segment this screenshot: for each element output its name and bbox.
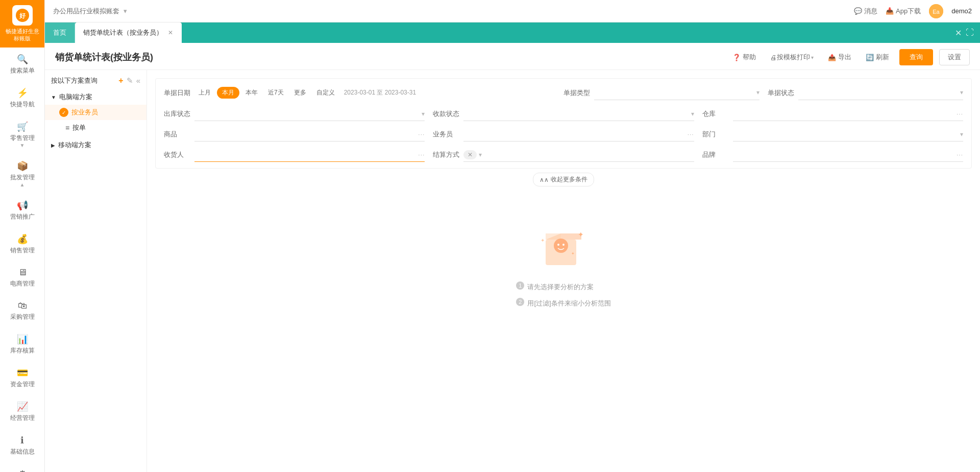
outbound-control[interactable]: ▾ [194, 107, 425, 121]
settlement-control[interactable]: ✕ ▾ [463, 148, 694, 162]
svg-text:✦: ✦ [541, 238, 545, 243]
sidebar-item-system[interactable]: ⚙ 系统管理 [0, 462, 44, 472]
sidebar-item-sales[interactable]: 💰 销售管理 [0, 227, 44, 261]
sidebar-item-ecommerce[interactable]: 🖥 电商管理 [0, 261, 44, 294]
warehouse-control[interactable]: ··· [733, 107, 963, 121]
sidebar-item-search[interactable]: 🔍 搜索菜单 [0, 48, 44, 81]
refresh-button[interactable]: 🔄 刷新 [862, 51, 893, 64]
page-actions: ❓ 帮助 🖨 按模板打印 ▾ 📤 导出 🔄 刷新 [728, 49, 970, 65]
message-button[interactable]: 💬 消息 [854, 7, 877, 16]
doc-status-arrow: ▾ [960, 89, 963, 96]
tab-close-icon[interactable]: ✕ [168, 29, 173, 36]
empty-text: 1 请先选择要分析的方案 2 用[过滤]条件来缩小分析范围 [516, 280, 610, 310]
marketing-icon: 📢 [17, 200, 28, 211]
sidebar-item-retail[interactable]: 🛒 零售管理 ▼ [0, 115, 44, 154]
date-tab-custom[interactable]: 自定义 [312, 87, 339, 99]
date-tab-last-month[interactable]: 上月 [194, 87, 215, 99]
settlement-tag: ✕ [463, 150, 477, 159]
brand-control[interactable]: ··· [733, 148, 963, 162]
username-label[interactable]: demo2 [951, 7, 972, 15]
sidebar-item-operations[interactable]: 📈 经营管理 [0, 395, 44, 429]
export-button[interactable]: 📤 导出 [824, 51, 855, 64]
print-arrow[interactable]: ▾ [811, 55, 814, 60]
goods-dots: ··· [418, 131, 425, 138]
settlement-arrow: ▾ [479, 151, 482, 158]
svg-point-7 [562, 244, 565, 246]
date-tab-7days[interactable]: 近7天 [264, 87, 288, 99]
edit-scheme-button[interactable]: ✎ [127, 76, 133, 85]
date-control: 上月 本月 本年 近7天 更多 自定义 2023-03-01 至 2023-03… [194, 85, 555, 101]
user-avatar[interactable]: Ea [929, 4, 943, 18]
main-layout: 按以下方案查询 + ✎ « ▼ 电脑端方案 [45, 70, 980, 472]
scheme-group-pc: ▼ 电脑端方案 ✓ 按业务员 ≡ 按单 [45, 89, 146, 135]
sidebar-item-finance[interactable]: 💳 资金管理 [0, 361, 44, 395]
query-button[interactable]: 查询 [899, 49, 933, 65]
receiver-control[interactable]: ··· [194, 148, 425, 162]
export-label: 导出 [838, 53, 851, 62]
filter-row-3: 商品 ··· 业务员 ··· [164, 127, 963, 141]
print-label: 按模板打印 [777, 53, 810, 62]
tab-maximize-icon[interactable]: ⛶ [966, 28, 974, 37]
scheme-group-pc-header[interactable]: ▼ 电脑端方案 [45, 89, 146, 105]
content-area: 销货单统计表(按业务员) ❓ 帮助 🖨 按模板打印 ▾ 📤 导出 [45, 43, 980, 472]
warehouse-dots: ··· [957, 110, 963, 117]
logo-area[interactable]: 好 畅捷通好生意 标账版 [0, 0, 44, 48]
wholesale-icon: 📦 [17, 160, 28, 172]
workspace-title[interactable]: 办公用品行业模拟账套 [53, 7, 119, 16]
doc-type-control[interactable]: ▾ [594, 86, 760, 100]
scheme-item-by-salesman[interactable]: ✓ 按业务员 [45, 105, 146, 120]
sidebar-item-basic[interactable]: ℹ 基础信息 [0, 429, 44, 462]
tabbar-right: ✕ ⛶ [955, 28, 980, 38]
date-label: 单据日期 [164, 88, 194, 98]
sidebar-item-inventory[interactable]: 📊 库存核算 [0, 327, 44, 361]
date-tab-this-year[interactable]: 本年 [241, 87, 262, 99]
date-tab-this-month[interactable]: 本月 [217, 87, 239, 99]
dept-control[interactable]: ▾ [733, 127, 963, 141]
print-button[interactable]: 🖨 按模板打印 ▾ [766, 51, 818, 64]
receiver-input[interactable] [194, 151, 416, 158]
scheme-subitem-by-order[interactable]: ≡ 按单 [45, 120, 146, 135]
settings-button[interactable]: 设置 [939, 49, 970, 65]
tab-sales-stats[interactable]: 销货单统计表（按业务员） ✕ [75, 22, 182, 43]
workspace-arrow[interactable]: ▾ [124, 7, 127, 15]
collapse-label: 收起更多条件 [551, 175, 587, 184]
app-download-icon: 📥 [886, 7, 894, 15]
main-area: 办公用品行业模拟账套 ▾ 💬 消息 📥 App下载 Ea demo2 首页 [45, 0, 980, 472]
date-tab-more[interactable]: 更多 [290, 87, 310, 99]
warehouse-label: 仓库 [702, 109, 733, 119]
app-download-label: App下载 [896, 7, 921, 16]
scheme-group-mobile-header[interactable]: ▶ 移动端方案 [45, 137, 146, 153]
tab-close-all-icon[interactable]: ✕ [955, 28, 962, 38]
app-download-button[interactable]: 📥 App下载 [886, 7, 921, 16]
add-scheme-button[interactable]: + [118, 76, 123, 85]
payment-control[interactable]: ▾ [463, 107, 694, 121]
sidebar-item-basic-label: 基础信息 [10, 447, 35, 456]
sidebar-item-marketing[interactable]: 📢 营销推广 [0, 194, 44, 227]
sidebar-item-purchase[interactable]: 🛍 采购管理 [0, 294, 44, 327]
collapse-button[interactable]: ∧∧ 收起更多条件 [533, 173, 594, 186]
sidebar-item-wholesale-label: 批发管理 [10, 173, 35, 182]
salesman-dots: ··· [688, 131, 694, 138]
tab-home-label: 首页 [53, 28, 66, 37]
doc-status-control[interactable]: ▾ [798, 86, 964, 100]
tab-home[interactable]: 首页 [45, 22, 75, 43]
goods-control[interactable]: ··· [194, 127, 425, 141]
empty-step-1: 1 请先选择要分析的方案 [516, 280, 610, 294]
sidebar-item-wholesale[interactable]: 📦 批发管理 ▲ [0, 154, 44, 194]
doc-type-arrow: ▾ [756, 89, 760, 96]
sidebar: 好 畅捷通好生意 标账版 🔍 搜索菜单 ⚡ 快捷导航 🛒 零售管理 ▼ 📦 批发… [0, 0, 45, 472]
sidebar-item-quicknav[interactable]: ⚡ 快捷导航 [0, 81, 44, 115]
left-panel-title: 按以下方案查询 [51, 76, 97, 85]
sidebar-item-finance-label: 资金管理 [10, 380, 35, 389]
receiver-label: 收货人 [164, 150, 194, 159]
filter-field-doc-status: 单据状态 ▾ [768, 85, 964, 101]
date-range-value: 2023-03-01 至 2023-03-31 [344, 88, 416, 97]
tag-x[interactable]: ✕ [468, 151, 473, 158]
collapse-panel-button[interactable]: « [136, 76, 140, 85]
help-button[interactable]: ❓ 帮助 [728, 51, 760, 64]
topbar-right: 💬 消息 📥 App下载 Ea demo2 [854, 4, 972, 18]
filter-field-payment: 收款状态 ▾ [433, 107, 694, 121]
salesman-control[interactable]: ··· [463, 127, 694, 141]
sidebar-item-sales-label: 销售管理 [10, 246, 35, 255]
sidebar-item-search-label: 搜索菜单 [10, 66, 35, 75]
